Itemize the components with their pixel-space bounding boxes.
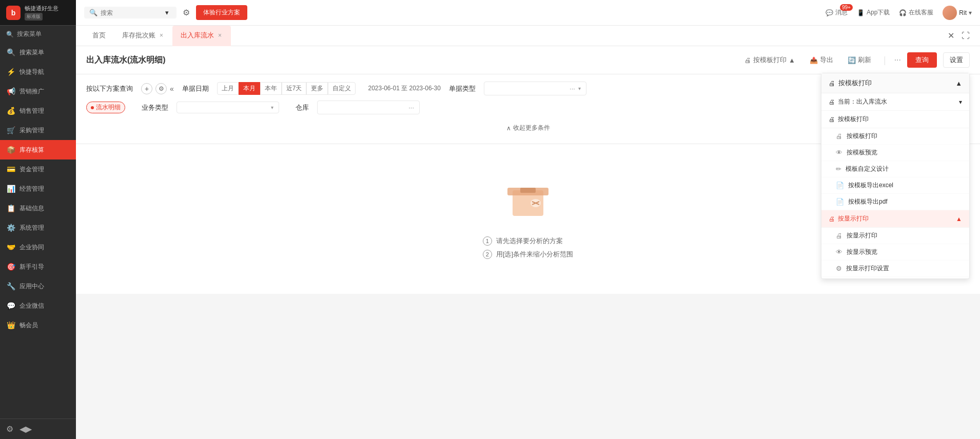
dropdown-item-display-preview[interactable]: 👁 按显示预览: [821, 244, 969, 261]
tab-inout-flow[interactable]: 出入库流水 ×: [172, 26, 231, 46]
topbar-right: 💬 消息 99+ 📱 App下载 🎧 在线客服 Rit ▾: [826, 6, 972, 20]
dropdown-item-template-excel[interactable]: 📄 按模板导出excel: [821, 177, 969, 194]
date-more[interactable]: 更多: [306, 82, 328, 95]
nav-icon-operations: 📊: [6, 184, 15, 193]
dropdown-item-display-print[interactable]: 🖨 按显示打印: [821, 228, 969, 244]
nav-label-operations: 经营管理: [19, 185, 44, 193]
online-service-button[interactable]: 🎧 在线客服: [899, 8, 933, 17]
user-avatar-area[interactable]: Rit ▾: [943, 6, 972, 20]
tab-inventory-batch-close[interactable]: ×: [159, 32, 164, 39]
dropdown-item-display-excel[interactable]: 📄 按显示导出excel: [821, 277, 969, 278]
sidebar-item-guide[interactable]: 🎯 新手引导: [0, 257, 76, 276]
tab-home[interactable]: 首页: [84, 26, 114, 46]
step-1-text: 请先选择要分析的方案: [496, 236, 563, 246]
date-current-year[interactable]: 本年: [260, 82, 282, 95]
dropdown-item-template-custom[interactable]: ✏ 模板自定义设计: [821, 161, 969, 177]
date-last-7[interactable]: 近7天: [282, 82, 307, 95]
sidebar-item-basic-info[interactable]: 📋 基础信息: [0, 198, 76, 218]
print-expand-icon: ▲: [789, 56, 795, 64]
topbar-dropdown-icon[interactable]: ▾: [165, 9, 169, 16]
nav-icon-funds: 💳: [6, 165, 15, 174]
dropdown-item-template-preview[interactable]: 👁 按模板预览: [821, 145, 969, 161]
refresh-button[interactable]: 🔄 刷新: [844, 53, 875, 67]
dropdown-item-template-pdf[interactable]: 📄 按模板导出pdf: [821, 194, 969, 210]
sidebar-item-inventory[interactable]: 📦 库存核算: [0, 140, 76, 159]
topbar-search-wrap[interactable]: 🔍 ▾: [84, 7, 177, 18]
nav-icon-member: 👑: [6, 321, 15, 330]
dropdown-item-template-print[interactable]: 🖨 按模板打印: [821, 128, 969, 145]
nav-icon-sales: 💰: [6, 106, 15, 115]
sidebar-item-wechat[interactable]: 💬 企业微信: [0, 296, 76, 315]
date-filter-group: 上月 本月 本年 近7天 更多 自定义: [217, 82, 356, 95]
dropdown-display-print-section[interactable]: 🖨 按显示打印 ▲: [821, 210, 969, 228]
settings-icon[interactable]: ⚙: [6, 424, 13, 434]
step-1-number: 1: [483, 236, 492, 246]
sidebar-item-funds[interactable]: 💳 资金管理: [0, 159, 76, 179]
user-dropdown-icon[interactable]: ▾: [969, 9, 972, 16]
nav-icon-app-center: 🔧: [6, 282, 15, 291]
sidebar-item-quick-nav[interactable]: ⚡ 快捷导航: [0, 62, 76, 82]
close-window-icon[interactable]: ✕: [946, 29, 956, 43]
display-preview-icon: 👁: [836, 248, 842, 256]
tab-inout-flow-close[interactable]: ×: [217, 32, 223, 39]
date-current-month[interactable]: 本月: [239, 82, 260, 95]
settings-button[interactable]: 设置: [943, 52, 970, 68]
dropdown-header: 🖨 按模板打印 ▲: [821, 73, 969, 93]
sidebar-item-system[interactable]: ⚙️ 系统管理: [0, 218, 76, 237]
business-type-select[interactable]: ▾: [177, 102, 279, 113]
query-button[interactable]: 查询: [907, 52, 937, 68]
sidebar-item-member[interactable]: 👑 畅会员: [0, 315, 76, 335]
tag-dot-icon: [91, 106, 94, 109]
app-download-button[interactable]: 📱 App下载: [857, 8, 890, 17]
sidebar-item-marketing[interactable]: 📢 营销推广: [0, 82, 76, 101]
sidebar-item-enterprise[interactable]: 🤝 企业协同: [0, 237, 76, 257]
sidebar-item-purchase[interactable]: 🛒 采购管理: [0, 121, 76, 140]
industry-solution-button[interactable]: 体验行业方案: [196, 5, 247, 20]
bill-type-select[interactable]: ··· ▾: [484, 82, 586, 95]
messages-button[interactable]: 💬 消息 99+: [826, 8, 848, 17]
step-2-text: 用[选]条件来缩小分析范围: [496, 250, 573, 259]
date-custom[interactable]: 自定义: [328, 82, 356, 95]
empty-state-icon: [502, 175, 554, 226]
svg-rect-2: [520, 188, 536, 193]
print-template-button[interactable]: 🖨 按模板打印 ▲: [740, 53, 799, 67]
current-icon: 🖨: [829, 98, 835, 106]
tabbar: 首页 库存批次账 × 出入库流水 × ✕ ⛶: [76, 26, 980, 46]
dropdown-print-icon: 🖨: [829, 79, 835, 87]
warehouse-select[interactable]: ···: [317, 101, 420, 114]
dropdown-current-item[interactable]: 🖨 当前：出入库流水 ▾: [821, 93, 969, 111]
sidebar-nav: 🔍 搜索菜单 ⚡ 快捷导航 📢 营销推广 💰 销售管理 🛒 采购管理 📦 库存核…: [0, 43, 76, 418]
filter-collapse-button[interactable]: «: [170, 85, 174, 93]
expand-window-icon[interactable]: ⛶: [959, 29, 972, 43]
sidebar-bottom: ⚙ ◀▶: [0, 418, 76, 439]
nav-label-system: 系统管理: [19, 224, 44, 232]
sidebar-search-label: 搜索菜单: [17, 30, 42, 38]
sidebar-item-app-center[interactable]: 🔧 应用中心: [0, 276, 76, 296]
collapse-sidebar-icon[interactable]: ◀▶: [19, 424, 32, 434]
logo-name: 畅捷通好生意: [25, 5, 58, 12]
more-actions-icon[interactable]: ···: [894, 55, 901, 65]
main-area: 🔍 ▾ ⚙ 体验行业方案 💬 消息 99+ 📱 App下载 🎧 在线客服: [76, 0, 980, 439]
nav-label-basic-info: 基础信息: [19, 204, 44, 213]
template-preview-icon: 👁: [836, 149, 842, 156]
sidebar-item-sales[interactable]: 💰 销售管理: [0, 101, 76, 121]
export-icon: 📤: [810, 56, 818, 64]
topbar-search-input[interactable]: [101, 9, 162, 16]
nav-icon-purchase: 🛒: [6, 126, 15, 135]
sidebar-item-operations[interactable]: 📊 经营管理: [0, 179, 76, 198]
tab-inventory-batch[interactable]: 库存批次账 ×: [114, 26, 172, 46]
page-header: 出入库流水(流水明细) 🖨 按模板打印 ▲ 📤 导出 🔄 刷新 | ···: [76, 46, 980, 74]
collapse-label: 收起更多条件: [513, 124, 550, 132]
filter-add-button[interactable]: +: [141, 83, 152, 94]
filter-gear-button[interactable]: ⚙: [155, 83, 167, 94]
export-button[interactable]: 📤 导出: [806, 53, 837, 67]
dropdown-template-print-section[interactable]: 🖨 按模板打印: [821, 111, 969, 128]
display-print-icon: 🖨: [836, 232, 842, 240]
nav-icon-basic-info: 📋: [6, 204, 15, 213]
topbar-gear-icon[interactable]: ⚙: [183, 8, 190, 17]
bill-type-arrow-icon: ▾: [578, 86, 581, 91]
sidebar-search[interactable]: 🔍 搜索菜单: [0, 26, 76, 43]
sidebar-item-search[interactable]: 🔍 搜索菜单: [0, 43, 76, 62]
dropdown-item-display-settings[interactable]: ⚙ 按显示打印设置: [821, 261, 969, 277]
date-last-month[interactable]: 上月: [217, 82, 239, 95]
